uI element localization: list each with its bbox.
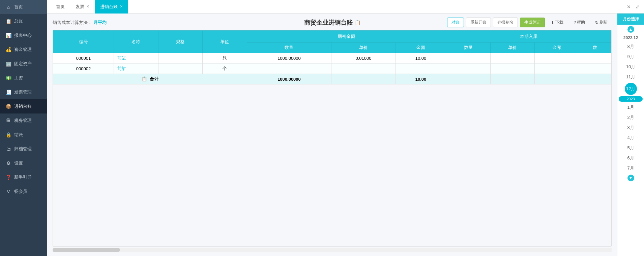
sidebar-item-fund-management[interactable]: 💰 资金管理 <box>0 43 47 57</box>
month-7-item[interactable]: 7月 <box>617 163 644 173</box>
row1-open-qty: 1000.00000 <box>247 53 331 63</box>
row2-in-extra <box>579 63 611 74</box>
salary-icon: 💵 <box>5 75 11 81</box>
sidebar-item-home[interactable]: ⌂ 首页 <box>0 0 47 14</box>
refresh-button[interactable]: ↻ 刷新 <box>591 18 612 27</box>
gear-icon: ⚙ <box>5 160 11 166</box>
report-icon: 📊 <box>5 33 11 38</box>
col-open-qty-header: 数量 <box>247 43 331 53</box>
total-icon: 📋 <box>142 76 147 81</box>
month-selector-panel: 月份选择 ▲ 2022.12 8月 9月 10月 11月 12月 2023 1月… <box>617 14 644 256</box>
vip-icon: V <box>5 189 11 194</box>
help-button[interactable]: ? 帮助 <box>569 18 589 27</box>
month-6-item[interactable]: 6月 <box>617 153 644 163</box>
sidebar-item-general-ledger[interactable]: 📋 总账 <box>0 14 47 28</box>
maximize-window-button[interactable]: ⤢ <box>635 4 641 10</box>
col-spec-header: 规格 <box>158 31 202 53</box>
year-2022-label: 2022.12 <box>617 34 644 42</box>
month-nav-up-button[interactable]: ▲ <box>627 26 634 33</box>
month-9-item[interactable]: 9月 <box>617 52 644 62</box>
sidebar-item-purchase-sales-ledger[interactable]: 📦 进销台账 <box>0 99 47 113</box>
sidebar-item-report-center[interactable]: 📊 报表中心 <box>0 28 47 43</box>
month-10-item[interactable]: 10月 <box>617 62 644 72</box>
col-open-price-header: 单价 <box>331 43 396 53</box>
row1-in-qty <box>446 53 490 63</box>
help-icon: ? <box>574 20 576 25</box>
col-in-qty-header: 数量 <box>446 43 490 53</box>
tab-invoice[interactable]: 发票 ✕ <box>70 0 95 14</box>
row2-name: 前缸 <box>114 63 158 74</box>
generate-voucher-button[interactable]: 生成凭证 <box>520 18 545 27</box>
month-11-item[interactable]: 11月 <box>617 72 644 82</box>
tax-icon: 🏛 <box>5 118 11 123</box>
month-3-item[interactable]: 3月 <box>617 123 644 133</box>
month-8-item[interactable]: 8月 <box>617 42 644 52</box>
download-icon: ⬇ <box>551 20 554 25</box>
tab-ledger[interactable]: 进销台账 ✕ <box>95 0 128 14</box>
month-nav-down-button[interactable]: ▼ <box>627 175 634 181</box>
invoice-icon: 🧾 <box>5 89 11 95</box>
row2-spec <box>158 63 202 74</box>
month-2-item[interactable]: 2月 <box>617 112 644 123</box>
ledger-table: 编号 名称 规格 单位 期初余额 本期入库 数量 单价 金额 数量 <box>53 30 611 84</box>
sidebar-item-salary[interactable]: 💵 工资 <box>0 71 47 85</box>
row2-open-qty <box>247 63 331 74</box>
table-row: 000002 前缸 个 <box>53 63 611 74</box>
sidebar-item-vip-member[interactable]: V 畅会员 <box>0 184 47 199</box>
title-link-icon[interactable]: 📋 <box>355 20 360 25</box>
tab-home[interactable]: 首页 <box>51 0 70 14</box>
total-in-amount <box>535 74 579 84</box>
ledger-icon: 📋 <box>5 19 11 24</box>
download-button[interactable]: ⬇ 下载 <box>547 18 567 27</box>
row2-name-link[interactable]: 前缸 <box>117 66 126 71</box>
row2-in-qty <box>446 63 490 74</box>
col-current-in-header: 本期入库 <box>446 31 611 43</box>
col-opening-header: 期初余额 <box>247 31 446 43</box>
sidebar-item-invoice-management[interactable]: 🧾 发票管理 <box>0 85 47 99</box>
sidebar-item-tax-management[interactable]: 🏛 税务管理 <box>0 113 47 128</box>
main-area: 首页 发票 ✕ 进销台账 ✕ ✕ ⤢ 销售成本计算方法： 月平均 商贸企业进 <box>47 0 644 256</box>
close-window-button[interactable]: ✕ <box>626 4 632 10</box>
sidebar-item-settings[interactable]: ⚙ 设置 <box>0 156 47 170</box>
total-open-amount: 10.00 <box>396 74 446 84</box>
reconcile-button[interactable]: 对账 <box>447 18 464 27</box>
sidebar-item-beginner-guide[interactable]: ❓ 新手引导 <box>0 170 47 184</box>
row1-name: 前缸 <box>114 53 158 63</box>
total-in-qty <box>446 74 490 84</box>
row2-in-price <box>490 63 534 74</box>
col-in-price-header: 单价 <box>490 43 534 53</box>
scrollbar-thumb[interactable] <box>53 248 120 252</box>
content-area: 销售成本计算方法： 月平均 商贸企业进销台账 📋 对账 重新开账 存报别名 生成… <box>47 14 644 256</box>
row1-open-price: 0.01000 <box>331 53 396 63</box>
save-alias-button[interactable]: 存报别名 <box>493 18 518 27</box>
table-row: 000001 前缸 只 1000.00000 0.01000 10.00 <box>53 53 611 63</box>
sidebar-item-fixed-assets[interactable]: 🏢 固定资产 <box>0 57 47 71</box>
total-row: 📋 合计 1000.00000 10.00 <box>53 74 611 84</box>
col-number-header: 编号 <box>53 31 114 53</box>
col-name-header: 名称 <box>114 31 158 53</box>
tab-invoice-close[interactable]: ✕ <box>86 4 89 9</box>
total-open-qty: 1000.00000 <box>247 74 331 84</box>
reopen-button[interactable]: 重新开账 <box>466 18 491 27</box>
month-4-item[interactable]: 4月 <box>617 133 644 143</box>
row1-in-amount <box>535 53 579 63</box>
month-1-item[interactable]: 1月 <box>617 102 644 112</box>
header-row: 销售成本计算方法： 月平均 商贸企业进销台账 📋 对账 重新开账 存报别名 生成… <box>53 18 612 27</box>
month-5-item[interactable]: 5月 <box>617 143 644 153</box>
closing-icon: 🔒 <box>5 132 11 137</box>
toolbar-right: 对账 重新开账 存报别名 生成凭证 ⬇ 下载 ? 帮助 ↻ 刷新 <box>447 18 612 27</box>
tabs-bar: 首页 发票 ✕ 进销台账 ✕ ✕ ⤢ <box>47 0 644 14</box>
month-nav-up: ▲ <box>617 25 644 34</box>
sidebar-item-archive-management[interactable]: 🗂 归档管理 <box>0 142 47 156</box>
purchase-icon: 📦 <box>5 104 11 109</box>
horizontal-scrollbar[interactable] <box>53 248 612 252</box>
guide-icon: ❓ <box>5 175 11 180</box>
month-12-item[interactable]: 12月 <box>625 83 637 95</box>
tab-ledger-close[interactable]: ✕ <box>120 4 123 9</box>
col-open-amount-header: 金额 <box>396 43 446 53</box>
row1-name-link[interactable]: 前缸 <box>117 55 126 60</box>
total-open-price <box>331 74 396 84</box>
sidebar-item-closing[interactable]: 🔒 结账 <box>0 128 47 142</box>
row2-unit: 个 <box>203 63 247 74</box>
home-icon: ⌂ <box>5 4 11 10</box>
